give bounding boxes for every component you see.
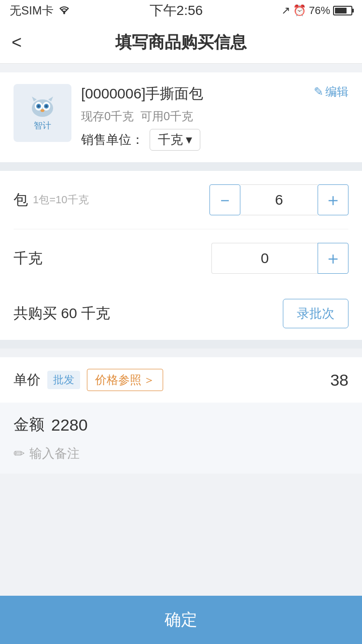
bao-hint: 1包=10千克 [33, 193, 89, 207]
svg-point-7 [45, 105, 48, 108]
back-button[interactable]: < [12, 32, 22, 53]
price-row: 单价 批发 价格参照 ＞ 38 [14, 369, 348, 391]
edit-button[interactable]: ✎ 编辑 [314, 84, 348, 99]
total-text: 共购买 60 千克 [14, 304, 110, 323]
kg-input[interactable] [211, 243, 318, 274]
bao-increase-button[interactable]: ＋ [318, 184, 348, 215]
amount-row: 金额 2280 [14, 414, 348, 435]
svg-point-8 [41, 109, 44, 112]
confirm-button[interactable]: 确定 [0, 596, 362, 644]
product-card: 智计 [0000006]手撕面包 现存0千克 可用0千克 销售单位： 千克 ▾ … [0, 72, 362, 162]
battery-icon [333, 6, 352, 15]
note-row[interactable]: ✏ 输入备注 [14, 445, 348, 462]
price-ref-button[interactable]: 价格参照 ＞ [87, 369, 163, 391]
svg-marker-9 [32, 97, 37, 101]
bao-decrease-button[interactable]: － [209, 184, 240, 215]
location-icon: ↗ [281, 4, 290, 17]
svg-point-6 [38, 105, 40, 108]
amount-section: 金额 2280 ✏ 输入备注 [0, 403, 362, 474]
bao-label: 包 1包=10千克 [14, 190, 89, 210]
bao-input-row: 包 1包=10千克 － ＋ [14, 171, 348, 229]
note-placeholder: 输入备注 [29, 445, 80, 462]
status-right: ↗ ⏰ 76% [281, 4, 352, 17]
status-time: 下午2:56 [150, 1, 203, 20]
product-info: [0000006]手撕面包 现存0千克 可用0千克 销售单位： 千克 ▾ [81, 84, 348, 151]
kg-input-row: 千克 ＋ [14, 229, 348, 287]
total-row: 共购买 60 千克 录批次 [0, 287, 362, 340]
product-image: 智计 [14, 84, 71, 142]
price-value: 38 [330, 371, 348, 390]
price-ref-arrow-icon: ＞ [143, 372, 155, 388]
svg-point-1 [32, 99, 53, 117]
status-bar: 无SIM卡 下午2:56 ↗ ⏰ 76% [0, 0, 362, 21]
price-badge: 批发 [47, 371, 80, 389]
batch-button[interactable]: 录批次 [283, 299, 348, 328]
wifi-icon [57, 4, 71, 17]
page-title: 填写商品购买信息 [115, 31, 247, 54]
kg-increase-button[interactable]: ＋ [318, 243, 348, 274]
pencil-icon: ✏ [14, 446, 25, 462]
product-name: [0000006]手撕面包 [81, 84, 348, 104]
section-separator-1 [0, 162, 362, 171]
svg-marker-10 [48, 97, 53, 101]
price-label: 单价 [14, 371, 41, 389]
brand-label: 智计 [34, 120, 51, 131]
amount-value: 2280 [51, 416, 88, 434]
edit-icon: ✎ [314, 85, 323, 98]
section-separator-2 [0, 340, 362, 349]
bao-qty-control: － ＋ [209, 184, 348, 215]
status-left: 无SIM卡 [10, 3, 71, 18]
alarm-icon: ⏰ [293, 4, 306, 17]
bao-input[interactable] [240, 184, 318, 215]
battery-percent: 76% [309, 4, 330, 17]
svg-point-0 [63, 13, 65, 14]
product-stock: 现存0千克 可用0千克 [81, 109, 348, 124]
kg-label: 千克 [14, 249, 42, 268]
product-unit-row: 销售单位： 千克 ▾ [81, 129, 348, 151]
nav-bar: < 填写商品购买信息 [0, 21, 362, 64]
amount-label: 金额 [14, 414, 44, 435]
kg-qty-control: ＋ [211, 243, 348, 274]
input-section: 包 1包=10千克 － ＋ 千克 ＋ [0, 171, 362, 287]
price-section: 单价 批发 价格参照 ＞ 38 [0, 357, 362, 403]
carrier-text: 无SIM卡 [10, 3, 54, 18]
unit-selector[interactable]: 千克 ▾ [150, 129, 200, 151]
